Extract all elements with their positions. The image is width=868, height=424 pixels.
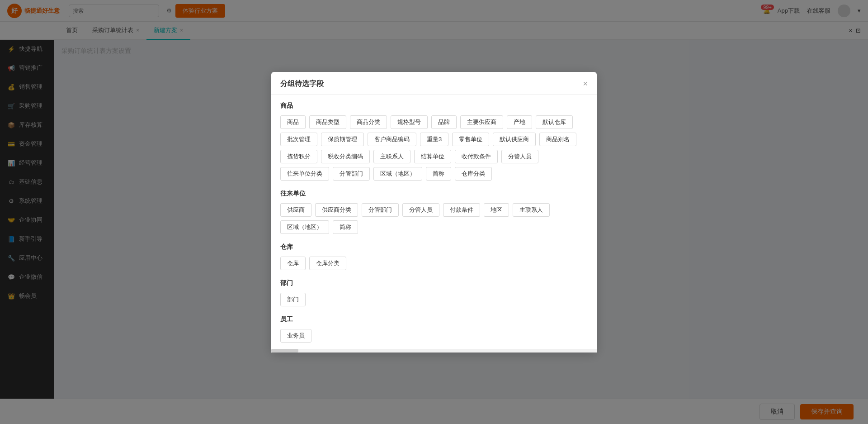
field-tag-0-25[interactable]: 仓库分类 (455, 167, 492, 181)
field-tag-1-4[interactable]: 付款条件 (443, 203, 480, 217)
field-tag-0-11[interactable]: 重量3 (420, 133, 448, 146)
field-tag-0-23[interactable]: 区域（地区） (373, 167, 422, 181)
field-tag-0-12[interactable]: 零售单位 (452, 133, 489, 146)
field-tag-0-2[interactable]: 商品分类 (350, 115, 387, 129)
dialog-title: 分组待选字段 (280, 79, 324, 89)
field-tag-1-2[interactable]: 分管部门 (362, 203, 399, 217)
field-tags-3: 部门 (280, 293, 588, 306)
field-tag-1-5[interactable]: 地区 (484, 203, 509, 217)
dialog-horizontal-scrollbar[interactable] (271, 349, 597, 353)
field-tags-1: 供应商供应商分类分管部门分管人员付款条件地区主联系人区域（地区）简称 (280, 203, 588, 234)
field-tag-0-9[interactable]: 保质期管理 (321, 133, 364, 146)
field-tag-0-22[interactable]: 分管部门 (333, 167, 370, 181)
dialog-hscroll-thumb[interactable] (271, 349, 298, 353)
field-tag-1-8[interactable]: 简称 (333, 220, 358, 234)
field-tag-0-19[interactable]: 收付款条件 (455, 150, 498, 163)
field-tags-0: 商品商品类型商品分类规格型号品牌主要供应商产地默认仓库批次管理保质期管理客户商品… (280, 115, 588, 181)
field-group-0: 商品商品商品类型商品分类规格型号品牌主要供应商产地默认仓库批次管理保质期管理客户… (280, 102, 588, 181)
field-tags-4: 业务员 (280, 329, 588, 343)
field-tag-1-7[interactable]: 区域（地区） (280, 220, 329, 234)
field-tag-0-17[interactable]: 主联系人 (373, 150, 410, 163)
field-tag-4-0[interactable]: 业务员 (280, 329, 311, 343)
dialog-close-button[interactable]: × (583, 79, 588, 89)
field-tag-0-3[interactable]: 规格型号 (391, 115, 428, 129)
field-tag-0-13[interactable]: 默认供应商 (493, 133, 536, 146)
field-tag-1-0[interactable]: 供应商 (280, 203, 311, 217)
field-tag-0-5[interactable]: 主要供应商 (460, 115, 503, 129)
field-tag-0-7[interactable]: 默认仓库 (536, 115, 573, 129)
field-tag-2-0[interactable]: 仓库 (280, 257, 306, 270)
dialog-body[interactable]: 商品商品商品类型商品分类规格型号品牌主要供应商产地默认仓库批次管理保质期管理客户… (271, 95, 597, 349)
field-tag-0-8[interactable]: 批次管理 (280, 133, 317, 146)
field-tag-0-16[interactable]: 税收分类编码 (321, 150, 370, 163)
field-tag-0-18[interactable]: 结算单位 (414, 150, 451, 163)
field-tag-0-21[interactable]: 往来单位分类 (280, 167, 329, 181)
field-tag-0-15[interactable]: 拣货积分 (280, 150, 317, 163)
field-tag-3-0[interactable]: 部门 (280, 293, 306, 306)
field-group-4: 员工业务员 (280, 315, 588, 343)
field-tag-1-1[interactable]: 供应商分类 (315, 203, 358, 217)
group-title-4: 员工 (280, 315, 588, 324)
field-group-2: 仓库仓库仓库分类 (280, 243, 588, 270)
field-group-3: 部门部门 (280, 279, 588, 306)
field-tag-1-3[interactable]: 分管人员 (402, 203, 439, 217)
field-tag-0-10[interactable]: 客户商品编码 (368, 133, 416, 146)
group-title-0: 商品 (280, 102, 588, 110)
group-title-1: 往来单位 (280, 190, 588, 198)
dialog-overlay: 分组待选字段 × 商品商品商品类型商品分类规格型号品牌主要供应商产地默认仓库批次… (0, 0, 868, 424)
group-title-2: 仓库 (280, 243, 588, 251)
dialog-header: 分组待选字段 × (271, 72, 597, 95)
field-tag-1-6[interactable]: 主联系人 (513, 203, 550, 217)
field-tag-2-1[interactable]: 仓库分类 (309, 257, 346, 270)
field-tag-0-1[interactable]: 商品类型 (309, 115, 346, 129)
field-selection-dialog: 分组待选字段 × 商品商品商品类型商品分类规格型号品牌主要供应商产地默认仓库批次… (271, 72, 597, 353)
field-tag-0-20[interactable]: 分管人员 (501, 150, 538, 163)
field-tag-0-4[interactable]: 品牌 (431, 115, 457, 129)
field-tag-0-0[interactable]: 商品 (280, 115, 306, 129)
field-tag-0-6[interactable]: 产地 (507, 115, 532, 129)
field-tag-0-14[interactable]: 商品别名 (539, 133, 576, 146)
field-tag-0-24[interactable]: 简称 (426, 167, 451, 181)
group-title-3: 部门 (280, 279, 588, 287)
field-group-1: 往来单位供应商供应商分类分管部门分管人员付款条件地区主联系人区域（地区）简称 (280, 190, 588, 234)
field-tags-2: 仓库仓库分类 (280, 257, 588, 270)
